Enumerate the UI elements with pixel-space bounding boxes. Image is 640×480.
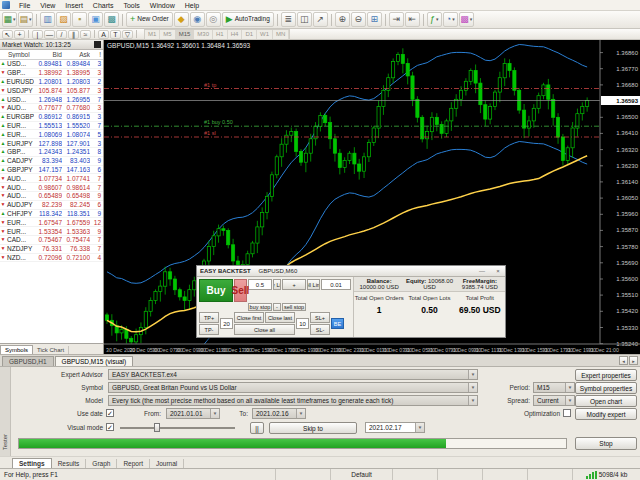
timeframe-d1[interactable]: D1	[242, 30, 257, 39]
new-order-button[interactable]: +New Order	[126, 12, 173, 27]
crosshair-button[interactable]: +	[14, 30, 25, 39]
fibonacci-button[interactable]: ≈	[80, 30, 91, 39]
menu-help[interactable]: Help	[180, 0, 204, 10]
timeframe-mn[interactable]: MN	[273, 30, 289, 39]
market-watch-row[interactable]: ▲USD...0.894810.894843	[0, 60, 103, 69]
visual-speed-slider[interactable]	[120, 422, 235, 433]
market-watch-row[interactable]: ▲USD...1.269481.269557	[0, 95, 103, 104]
data-window-button[interactable]: ▨	[56, 12, 71, 27]
tester-tab-graph[interactable]: Graph	[86, 459, 117, 468]
calendar-dropdown-icon[interactable]: ▼	[415, 423, 424, 432]
market-watch-row[interactable]: ▼AUD...1.077341.077417	[0, 174, 103, 183]
breakeven-button[interactable]: BE	[331, 318, 344, 329]
menu-charts[interactable]: Charts	[88, 0, 119, 10]
close-first-button[interactable]: Close first	[234, 312, 264, 323]
tab-scroll-right-icon[interactable]: ▸	[629, 356, 638, 365]
navigator-button[interactable]: ▪	[72, 12, 87, 27]
market-watch-row[interactable]: ▲EURJPY127.898127.9013	[0, 139, 103, 148]
vertical-line-button[interactable]: |	[32, 30, 43, 39]
chart-tab[interactable]: GBPUSD,M15 (visual)	[55, 356, 134, 366]
arrows-button[interactable]: ▽	[122, 30, 133, 39]
auto-scroll-button[interactable]: ⇥	[389, 12, 404, 27]
status-profile[interactable]: Default	[330, 469, 392, 480]
strategy-tester-button[interactable]: ▩	[104, 12, 119, 27]
zoom-out-button[interactable]: ⊖	[351, 12, 366, 27]
timeframe-w1[interactable]: W1	[257, 30, 273, 39]
column-header-ask[interactable]: Ask	[62, 51, 90, 58]
market-watch-row[interactable]: ▼EUR...1.675471.6755912	[0, 218, 103, 227]
market-watch-row[interactable]: ▼NZDJPY76.33176.3387	[0, 245, 103, 254]
menu-tools[interactable]: Tools	[118, 0, 144, 10]
from-date-field[interactable]: 2021.01.01▼	[166, 408, 220, 419]
bar-chart-button[interactable]: ≣	[281, 12, 296, 27]
market-watch-row[interactable]: ▼CAD...0.754670.754747	[0, 236, 103, 245]
chevron-down-icon[interactable]: ▼	[565, 383, 574, 392]
skip-to-date-field[interactable]: 2021.02.17▼	[365, 422, 425, 433]
sounds-button[interactable]: ◎	[206, 12, 221, 27]
market-watch-detach-icon[interactable]	[94, 41, 101, 48]
sl-value-field[interactable]: 10	[296, 318, 309, 329]
channel-button[interactable]: ∥	[68, 30, 79, 39]
market-watch-row[interactable]: ▲CADJPY83.39483.4039	[0, 157, 103, 166]
lot-increase-button[interactable]: +	[282, 279, 306, 290]
market-watch-row[interactable]: ▼AUD...0.776770.776803	[0, 104, 103, 113]
sell-lot-field[interactable]: 0.01	[321, 279, 351, 290]
tp-value-field[interactable]: 20	[220, 318, 233, 329]
sl-minus-button[interactable]: SL-	[310, 324, 330, 335]
autotrading-button[interactable]: ▶AutoTrading	[222, 12, 274, 27]
market-watch-row[interactable]: ▼GBP...1.389921.389953	[0, 69, 103, 78]
use-date-checkbox[interactable]: ✓	[106, 409, 114, 417]
open-chart-button[interactable]: Open chart	[575, 395, 637, 407]
skip-to-button[interactable]: Skip to	[269, 422, 357, 434]
chart-shift-button[interactable]: ⇤	[405, 12, 420, 27]
tp-plus-button[interactable]: TP+	[199, 312, 219, 323]
calendar-dropdown-icon[interactable]: ▼	[210, 409, 219, 418]
tester-tab-report[interactable]: Report	[117, 459, 150, 468]
buy-limit-button[interactable]: buy Limit	[273, 279, 281, 290]
buy-button[interactable]: Buy	[199, 279, 233, 302]
chevron-down-icon[interactable]: ▼	[468, 383, 477, 392]
market-watch-row[interactable]: ▼USDJPY105.874105.8773	[0, 86, 103, 95]
to-date-field[interactable]: 2021.02.16▼	[252, 408, 306, 419]
sell-button[interactable]: Sell	[234, 279, 247, 302]
market-watch-row[interactable]: ▲CHFJPY118.342118.3519	[0, 210, 103, 219]
column-header-spread[interactable]: !	[90, 51, 102, 58]
chevron-down-icon[interactable]: ▼	[468, 370, 477, 379]
profiles-button[interactable]: ▤▾	[18, 12, 33, 27]
chart-area[interactable]: GBPUSD,M15 1.36492 1.36601 1.36484 1.365…	[104, 40, 640, 354]
text-button[interactable]: A	[98, 30, 109, 39]
cursor-button[interactable]: ↖	[2, 30, 13, 39]
line-chart-button[interactable]: ↗	[313, 12, 328, 27]
timeframes-button[interactable]: ◔▾	[443, 12, 458, 27]
market-watch-row[interactable]: ▲EUR...1.080691.080745	[0, 130, 103, 139]
tester-strip[interactable]: Tester	[0, 367, 11, 456]
tp-minus-button[interactable]: TP-	[199, 324, 219, 335]
sell-limit-button[interactable]: sell Limit	[307, 279, 320, 290]
column-header-bid[interactable]: Bid	[34, 51, 62, 58]
timeframe-m1[interactable]: M1	[145, 30, 160, 39]
tile-windows-button[interactable]: ⊞	[367, 12, 382, 27]
market-watch-row[interactable]: ▼AUD...0.986070.986147	[0, 183, 103, 192]
chevron-down-icon[interactable]: ▼	[468, 396, 477, 405]
metaeditor-button[interactable]: ◆	[174, 12, 189, 27]
tester-tab-journal[interactable]: Journal	[150, 459, 184, 468]
optimization-checkbox[interactable]	[563, 409, 571, 417]
candlestick-button[interactable]: ◫	[297, 12, 312, 27]
new-chart-button[interactable]: ▦▾	[2, 12, 17, 27]
trendline-button[interactable]: /	[56, 30, 67, 39]
timeframe-h1[interactable]: H1	[213, 30, 228, 39]
model-select[interactable]: Every tick (the most precise method base…	[108, 395, 478, 406]
timeframe-h4[interactable]: H4	[228, 30, 243, 39]
tester-tab-settings[interactable]: Settings	[12, 458, 52, 468]
visual-mode-checkbox[interactable]: ✓	[106, 423, 114, 431]
timeframe-m30[interactable]: M30	[194, 30, 213, 39]
lot-decrease-button[interactable]: -	[273, 303, 281, 311]
spread-select[interactable]: Current▼	[533, 395, 575, 406]
alerts-button[interactable]: ◉	[190, 12, 205, 27]
indicators-button[interactable]: ƒ▾	[427, 12, 442, 27]
templates-button[interactable]: ▩▾	[459, 12, 474, 27]
menu-insert[interactable]: Insert	[60, 0, 88, 10]
symbol-select[interactable]: GBPUSD, Great Britan Pound vs US Dollar▼	[108, 382, 478, 393]
zoom-in-button[interactable]: ⊕	[335, 12, 350, 27]
slider-thumb[interactable]	[154, 423, 160, 432]
